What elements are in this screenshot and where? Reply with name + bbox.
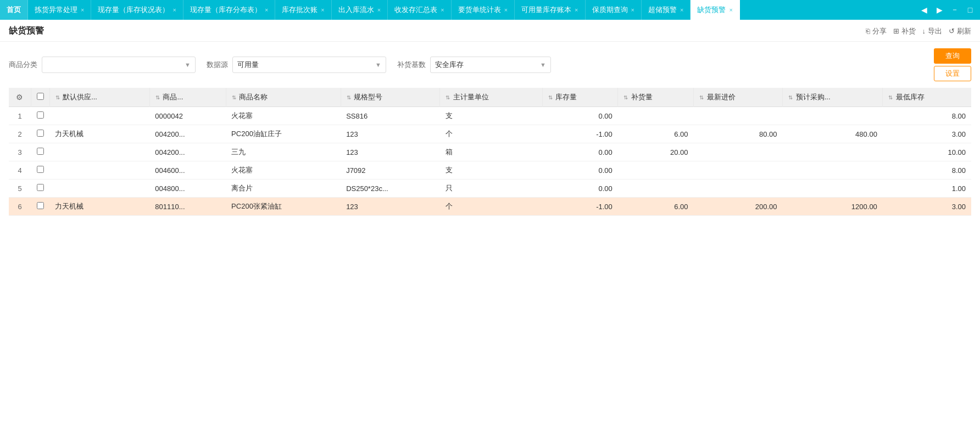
row-replenish-3: 20.00 — [618, 143, 694, 161]
row-estimated-2: 480.00 — [783, 125, 883, 143]
row-stock-2: -1.00 — [542, 125, 618, 143]
settings-button[interactable]: 设置 — [934, 66, 971, 81]
row-replenish-1 — [618, 107, 694, 125]
table-row: 4 004600... 火花塞 J7092 支 0.00 8.00 — [9, 161, 971, 180]
datasource-select[interactable]: 可用量 ▼ — [232, 57, 386, 73]
row-num-4: 4 — [9, 161, 31, 180]
nav-prev-btn[interactable]: ◀ — [916, 2, 932, 18]
row-stock-4: 0.00 — [542, 161, 618, 180]
nav-tab-pick-label: 拣货异常处理 — [35, 5, 77, 15]
row-unit-1: 支 — [440, 107, 542, 125]
nav-tab-stock1-close[interactable]: × — [172, 7, 176, 13]
th-stock[interactable]: ⇅ 库存量 — [542, 88, 618, 107]
row-unit-5: 只 — [440, 180, 542, 198]
row-unit-2: 个 — [440, 125, 542, 143]
export-icon: ↓ — [922, 27, 926, 35]
nav-tab-shortage-close[interactable]: × — [729, 7, 732, 13]
row-checkbox-4[interactable] — [37, 166, 44, 173]
nav-tab-stock2-label: 现存量（库存分布表） — [190, 5, 261, 15]
nav-tab-order[interactable]: 要货单统计表 × — [452, 0, 515, 20]
nav-controls: ◀ ▶ － □ — [916, 2, 980, 18]
nav-tab-stock2[interactable]: 现存量（库存分布表） × — [183, 0, 275, 20]
row-checkbox-1[interactable] — [37, 111, 44, 119]
export-label: 导出 — [928, 26, 942, 36]
th-min-stock-label: 最低库存 — [896, 93, 925, 101]
row-stock-5: 0.00 — [542, 180, 618, 198]
th-spec[interactable]: ⇅ 规格型号 — [341, 88, 440, 107]
row-min-stock-2: 3.00 — [883, 125, 971, 143]
nav-tab-order-close[interactable]: × — [504, 7, 508, 13]
nav-tab-expire-label: 保质期查询 — [592, 5, 628, 15]
nav-tab-flow[interactable]: 出入库流水 × — [332, 0, 388, 20]
row-supplier-5 — [49, 180, 149, 198]
nav-next-btn[interactable]: ▶ — [932, 2, 947, 18]
row-num-1: 1 — [9, 107, 31, 125]
nav-tab-batch[interactable]: 库存批次账 × — [275, 0, 331, 20]
page-title: 缺货预警 — [9, 25, 44, 37]
row-checkbox-2[interactable] — [37, 130, 44, 137]
row-checkbox-6[interactable] — [37, 202, 44, 209]
row-checkbox-3[interactable] — [37, 148, 44, 155]
nav-minimize-btn[interactable]: － — [947, 2, 962, 18]
row-spec-5: DS250*23c... — [341, 180, 440, 198]
nav-tab-pick[interactable]: 拣货异常处理 × — [28, 0, 91, 20]
th-sku[interactable]: ⇅ 商品... — [149, 88, 226, 107]
row-spec-1: SS816 — [341, 107, 440, 125]
nav-tab-available-close[interactable]: × — [575, 7, 578, 13]
query-button[interactable]: 查询 — [934, 48, 971, 64]
th-supplier[interactable]: ⇅ 默认供应... — [49, 88, 149, 107]
nav-tab-stock2-close[interactable]: × — [265, 7, 268, 13]
datasource-arrow-icon: ▼ — [375, 61, 381, 68]
row-replenish-5 — [618, 180, 694, 198]
th-min-stock[interactable]: ⇅ 最低库存 — [883, 88, 971, 107]
table-row: 6 力天机械 801110... PC200张紧油缸 123 个 -1.00 6… — [9, 198, 971, 216]
nav-tab-summary-close[interactable]: × — [441, 7, 444, 13]
row-unit-3: 箱 — [440, 143, 542, 161]
th-latest-price-label: 最新进价 — [707, 93, 736, 101]
th-replenish[interactable]: ⇅ 补货量 — [618, 88, 694, 107]
refresh-link[interactable]: ↺ 刷新 — [949, 26, 971, 36]
row-num-5: 5 — [9, 180, 31, 198]
th-name[interactable]: ⇅ 商品名称 — [226, 88, 341, 107]
nav-tab-available[interactable]: 可用量库存账本 × — [515, 0, 585, 20]
th-supplier-label: 默认供应... — [63, 93, 97, 101]
category-select[interactable]: ▼ — [42, 57, 196, 73]
row-sku-3: 004200... — [149, 143, 226, 161]
share-link[interactable]: ⎗ 分享 — [866, 26, 887, 36]
unit-sort-icon: ⇅ — [446, 94, 450, 100]
table-row: 3 004200... 三九 123 箱 0.00 20.00 10.00 — [9, 143, 971, 161]
row-sku-4: 004600... — [149, 161, 226, 180]
row-supplier-6: 力天机械 — [49, 198, 149, 216]
replenish-link[interactable]: ⊞ 补货 — [893, 26, 916, 36]
replenish-icon: ⊞ — [893, 27, 899, 35]
th-spec-label: 规格型号 — [354, 93, 382, 101]
nav-tab-overstock-close[interactable]: × — [680, 7, 683, 13]
nav-tab-flow-close[interactable]: × — [377, 7, 381, 13]
export-link[interactable]: ↓ 导出 — [922, 26, 943, 36]
th-estimated[interactable]: ⇅ 预计采购... — [783, 88, 883, 107]
row-min-stock-3: 10.00 — [883, 143, 971, 161]
nav-maximize-btn[interactable]: □ — [962, 2, 978, 18]
nav-tab-stock1[interactable]: 现存量（库存状况表） × — [91, 0, 183, 20]
nav-tab-expire-close[interactable]: × — [631, 7, 634, 13]
th-unit[interactable]: ⇅ 主计量单位 — [440, 88, 542, 107]
table-gear-icon[interactable]: ⚙ — [16, 93, 23, 102]
row-sku-2: 004200... — [149, 125, 226, 143]
nav-tab-expire[interactable]: 保质期查询 × — [586, 0, 642, 20]
row-cb-5 — [31, 180, 49, 198]
nav-tab-batch-close[interactable]: × — [321, 7, 324, 13]
name-sort-icon: ⇅ — [232, 94, 236, 100]
nav-tab-stock1-label: 现存量（库存状况表） — [98, 5, 169, 15]
th-latest-price[interactable]: ⇅ 最新进价 — [694, 88, 783, 107]
row-num-3: 3 — [9, 143, 31, 161]
nav-tab-overstock[interactable]: 超储预警 × — [642, 0, 691, 20]
nav-tab-summary[interactable]: 收发存汇总表 × — [388, 0, 451, 20]
nav-tab-home[interactable]: 首页 — [0, 0, 28, 20]
nav-tab-shortage[interactable]: 缺货预警 × — [691, 0, 739, 20]
row-spec-2: 123 — [341, 125, 440, 143]
replenish-basis-select[interactable]: 安全库存 ▼ — [430, 57, 551, 73]
nav-tab-pick-close[interactable]: × — [81, 7, 84, 13]
select-all-checkbox[interactable] — [37, 93, 44, 100]
replenish-basis-arrow-icon: ▼ — [540, 61, 546, 68]
row-checkbox-5[interactable] — [37, 184, 44, 191]
